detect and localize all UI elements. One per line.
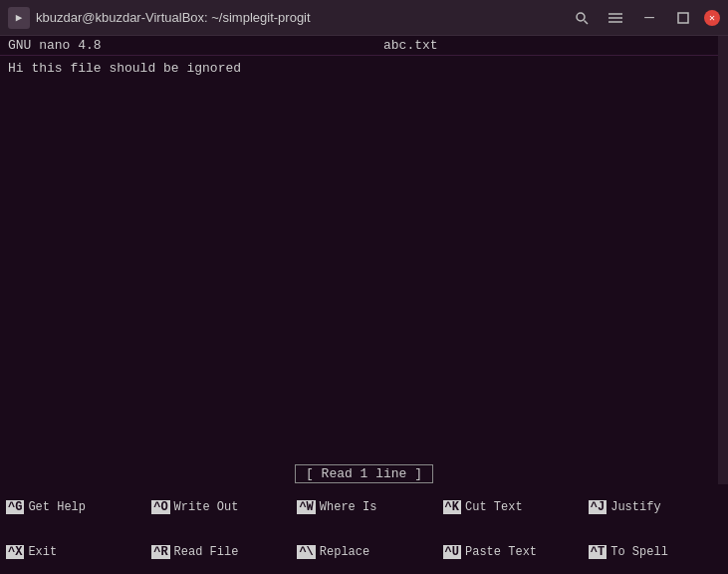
label-justify: Justify [610,500,660,514]
key-ctrl-g: ^G [6,500,24,514]
key-ctrl-k: ^K [443,500,461,514]
scrollbar[interactable] [718,36,728,484]
label-to-spell: To Spell [610,545,668,559]
nano-topbar: GNU nano 4.8 abc.txt [0,36,728,56]
label-paste-text: Paste Text [465,545,537,559]
key-ctrl-u: ^U [443,545,461,559]
label-replace: Replace [320,545,369,559]
label-where-is: Where Is [320,500,377,514]
titlebar-controls: — ✕ [569,5,720,31]
key-ctrl-r: ^R [151,545,169,559]
titlebar-left: ▶ kbuzdar@kbuzdar-VirtualBox: ~/simplegi… [8,7,311,29]
nano-version: GNU nano 4.8 [8,38,102,53]
key-ctrl-j: ^J [589,500,607,514]
key-ctrl-o: ^O [151,500,169,514]
key-ctrl-w: ^W [297,500,315,514]
svg-line-1 [585,20,589,24]
shortcut-read-file: ^R Read File [145,529,291,574]
key-ctrl-x: ^X [6,545,24,559]
shortcut-get-help: ^G Get Help [0,484,145,529]
minimize-button[interactable]: — [636,5,662,31]
shortcut-where-is: ^W Where Is [291,484,436,529]
terminal-icon: ▶ [8,7,30,29]
label-write-out: Write Out [174,500,239,514]
label-cut-text: Cut Text [465,500,523,514]
label-read-file: Read File [174,545,239,559]
svg-rect-5 [678,13,688,23]
titlebar: ▶ kbuzdar@kbuzdar-VirtualBox: ~/simplegi… [0,0,728,36]
search-button[interactable] [569,5,595,31]
shortcut-paste-text: ^U Paste Text [437,529,583,574]
status-area: [ Read 1 line ] [0,462,728,484]
shortcut-replace: ^\ Replace [291,529,436,574]
restore-button[interactable] [670,5,696,31]
close-button[interactable]: ✕ [704,10,720,26]
nano-filename: abc.txt [383,38,438,53]
svg-point-0 [577,13,585,21]
titlebar-title: kbuzdar@kbuzdar-VirtualBox: ~/simplegit-… [36,10,311,25]
label-exit: Exit [28,545,57,559]
shortcut-write-out: ^O Write Out [145,484,291,529]
editor-content-line1: Hi this file should be ignored [8,61,241,76]
menu-button[interactable] [603,5,628,31]
status-message: [ Read 1 line ] [295,464,433,483]
editor[interactable]: Hi this file should be ignored [0,56,728,482]
shortcut-cut-text: ^K Cut Text [437,484,583,529]
shortcut-row-1: ^G Get Help ^O Write Out ^W Where Is ^K … [0,484,728,529]
shortcut-row-2: ^X Exit ^R Read File ^\ Replace ^U Paste… [0,529,728,574]
shortcut-bar: ^G Get Help ^O Write Out ^W Where Is ^K … [0,484,728,574]
shortcut-justify: ^J Justify [583,484,728,529]
shortcut-exit: ^X Exit [0,529,145,574]
key-ctrl-t: ^T [589,545,607,559]
key-ctrl-backslash: ^\ [297,545,315,559]
shortcut-to-spell: ^T To Spell [583,529,728,574]
label-get-help: Get Help [28,500,86,514]
